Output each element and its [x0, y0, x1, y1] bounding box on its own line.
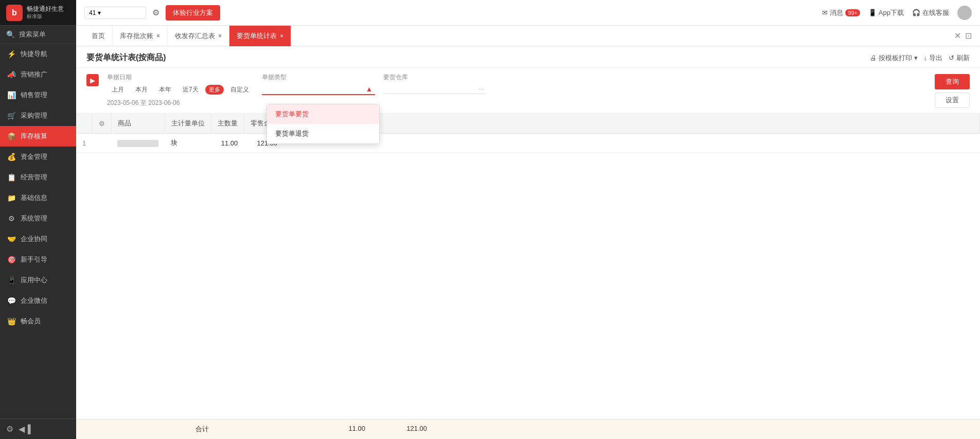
- collapse-icon[interactable]: ◀▐: [19, 424, 30, 434]
- sidebar-icon-inventory: 📦: [6, 132, 16, 140]
- th-extra: [283, 114, 979, 134]
- sidebar-item-sales[interactable]: 📊 销售管理: [0, 85, 76, 105]
- export-button[interactable]: ↓ 导出: [924, 53, 943, 63]
- filter-quick-buttons: 上月 本月 本年 近7天 更多 自定义: [107, 84, 254, 96]
- tab-inventory-batch[interactable]: 库存批次账×: [113, 26, 168, 46]
- tab-close-inventory-batch[interactable]: ×: [156, 32, 160, 40]
- sidebar-label-guide: 新手引导: [21, 255, 47, 264]
- sidebar-item-wechat[interactable]: 💬 企业微信: [0, 290, 76, 311]
- online-service-label: 在线客服: [922, 8, 949, 17]
- filter-last-7days[interactable]: 近7天: [178, 84, 203, 96]
- sidebar-label-purchase: 采购管理: [21, 111, 47, 120]
- sidebar-item-quick-nav[interactable]: ⚡ 快捷导航: [0, 44, 76, 64]
- sidebar-label-vip: 畅会员: [21, 317, 41, 326]
- sidebar-item-enterprise[interactable]: 🤝 企业协同: [0, 229, 76, 249]
- filter-more-btn[interactable]: 更多: [205, 85, 224, 95]
- trial-button[interactable]: 体验行业方案: [166, 5, 220, 21]
- td-extra: [283, 134, 979, 153]
- tab-label-home: 首页: [92, 31, 105, 41]
- sidebar-label-system: 系统管理: [21, 214, 47, 223]
- filter-bar: ▶ 单据日期 上月 本月 本年 近7天 更多 自定义 2023-05-06 至 …: [76, 68, 980, 114]
- sidebar-nav: ⚡ 快捷导航 📣 营销推广 📊 销售管理 🛒 采购管理 📦 库存核算 💰 资金管…: [0, 44, 76, 418]
- th-index: [76, 114, 92, 134]
- export-label: 导出: [929, 53, 942, 63]
- filter-date-range: 2023-05-06 至 2023-06-06: [107, 99, 254, 107]
- table-container: ⚙ 商品 主计量单位 主数量 零售金额 1 块 11.00 121.00: [76, 114, 980, 419]
- refresh-icon: ↺: [949, 54, 954, 62]
- sidebar-item-finance[interactable]: 💰 资金管理: [0, 147, 76, 167]
- filter-date-group: 单据日期 上月 本月 本年 近7天 更多 自定义 2023-05-06 至 20…: [107, 73, 254, 107]
- sidebar-icon-sales: 📊: [6, 91, 16, 99]
- filter-warehouse-field[interactable]: [385, 85, 476, 93]
- filter-type-field[interactable]: [264, 85, 364, 93]
- sidebar-item-inventory[interactable]: 📦 库存核算: [0, 126, 76, 147]
- th-product: 商品: [111, 114, 165, 134]
- messages-badge: 99+: [845, 9, 860, 16]
- sidebar-footer-icons: ⚙ ◀▐: [6, 424, 30, 434]
- print-template-button[interactable]: 🖨 按模板打印 ▾: [870, 53, 918, 63]
- filter-last-month[interactable]: 上月: [107, 84, 129, 96]
- filter-warehouse-label: 要货仓库: [383, 73, 486, 82]
- app-download-item[interactable]: 📱 App下载: [868, 8, 904, 17]
- dropdown-item-requisition-order[interactable]: 要货单要货: [267, 104, 379, 124]
- sidebar-search-label: 搜索菜单: [19, 30, 46, 39]
- sidebar-icon-guide: 🎯: [6, 255, 16, 264]
- th-settings-icon[interactable]: ⚙: [92, 114, 111, 134]
- page-content: 要货单统计表(按商品) 🖨 按模板打印 ▾ ↓ 导出 ↺ 刷新: [76, 46, 980, 439]
- filter-this-month[interactable]: 本月: [131, 84, 152, 96]
- settings-icon[interactable]: ⚙: [6, 424, 13, 434]
- filter-warehouse-group: 要货仓库 ···: [383, 73, 486, 94]
- sidebar-item-operations[interactable]: 📋 经营管理: [0, 167, 76, 188]
- filter-expand-button[interactable]: ▶: [86, 74, 99, 86]
- company-select[interactable]: 41 ▾: [84, 7, 146, 19]
- tab-close-receive-summary[interactable]: ×: [218, 32, 222, 40]
- th-unit: 主计量单位: [165, 114, 211, 134]
- sidebar-label-finance: 资金管理: [21, 152, 47, 161]
- app-name: 畅捷通好生意: [27, 5, 64, 13]
- tab-label-receive-summary: 收发存汇总表: [175, 31, 215, 41]
- page-header: 要货单统计表(按商品) 🖨 按模板打印 ▾ ↓ 导出 ↺ 刷新: [76, 46, 980, 68]
- tab-bar-actions: ✕ ⊡: [954, 31, 972, 41]
- query-button[interactable]: 查询: [935, 74, 970, 89]
- topbar-right: ✉ 消息 99+ 📱 App下载 🎧 在线客服: [822, 6, 972, 20]
- online-service-item[interactable]: 🎧 在线客服: [912, 8, 949, 17]
- sidebar-label-wechat: 企业微信: [21, 296, 47, 305]
- tab-requisition-stats[interactable]: 要货单统计表×: [229, 26, 291, 46]
- th-quantity: 主数量: [211, 114, 244, 134]
- search-icon: 🔍: [6, 30, 15, 39]
- sidebar-item-marketing[interactable]: 📣 营销推广: [0, 64, 76, 85]
- topbar-gear-icon[interactable]: ⚙: [152, 8, 159, 17]
- sidebar-icon-wechat: 💬: [6, 297, 16, 305]
- td-product: [111, 134, 165, 153]
- sidebar-label-basic-info: 基础信息: [21, 193, 47, 203]
- dropdown-item-requisition-return[interactable]: 要货单退货: [267, 124, 379, 143]
- filter-warehouse-dots-icon[interactable]: ···: [478, 85, 484, 93]
- tab-menu-icon[interactable]: ⊡: [965, 31, 972, 41]
- sidebar-item-purchase[interactable]: 🛒 采购管理: [0, 105, 76, 126]
- refresh-button[interactable]: ↺ 刷新: [949, 53, 970, 63]
- export-icon: ↓: [924, 54, 928, 62]
- settings-button[interactable]: 设置: [935, 93, 970, 108]
- messages-item[interactable]: ✉ 消息 99+: [822, 8, 860, 17]
- filter-custom[interactable]: 自定义: [226, 84, 254, 96]
- tab-home[interactable]: 首页: [84, 26, 113, 46]
- filter-this-year[interactable]: 本年: [154, 84, 176, 96]
- user-avatar[interactable]: [957, 6, 972, 20]
- sidebar-item-app-center[interactable]: 📱 应用中心: [0, 270, 76, 290]
- tabs-bar: 首页库存批次账×收发存汇总表×要货单统计表× ✕ ⊡: [76, 26, 980, 46]
- sidebar-icon-system: ⚙: [6, 214, 16, 223]
- sidebar-item-system[interactable]: ⚙ 系统管理: [0, 208, 76, 229]
- topbar-left: 41 ▾ ⚙ 体验行业方案: [84, 5, 220, 21]
- tab-receive-summary[interactable]: 收发存汇总表×: [168, 26, 229, 46]
- sidebar-label-quick-nav: 快捷导航: [21, 49, 47, 59]
- sidebar-item-vip[interactable]: 👑 畅会员: [0, 311, 76, 332]
- sidebar-item-guide[interactable]: 🎯 新手引导: [0, 249, 76, 270]
- sidebar: b 畅捷通好生意 标准版 🔍 搜索菜单 ⚡ 快捷导航 📣 营销推广 📊 销售管理…: [0, 0, 76, 439]
- sidebar-icon-purchase: 🛒: [6, 112, 16, 120]
- sidebar-item-basic-info[interactable]: 📁 基础信息: [0, 188, 76, 208]
- sidebar-icon-enterprise: 🤝: [6, 235, 16, 243]
- filter-type-chevron-icon[interactable]: ▲: [366, 85, 373, 93]
- close-all-tabs-icon[interactable]: ✕: [954, 31, 961, 41]
- tab-close-requisition-stats[interactable]: ×: [280, 32, 283, 40]
- sidebar-search[interactable]: 🔍 搜索菜单: [0, 26, 76, 44]
